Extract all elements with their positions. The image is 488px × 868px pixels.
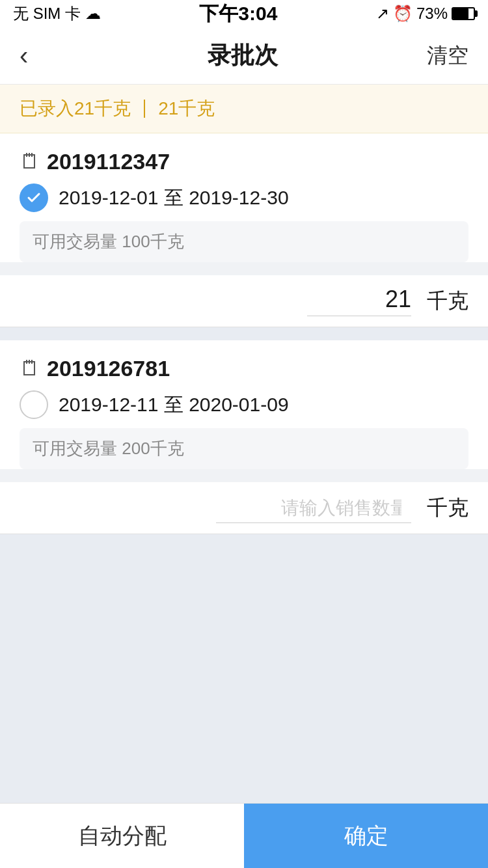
page-title: 录批次	[208, 40, 278, 72]
status-right: ↗ ⏰ 73%	[376, 5, 475, 23]
batch2-available: 可用交易量 200千克	[33, 439, 184, 458]
total-label: 21千克	[158, 96, 215, 121]
batch2-date-row: 2019-12-11 至 2020-01-09	[20, 390, 468, 419]
nav-bar: ‹ 录批次 清空	[0, 27, 488, 85]
batch1-header: 🗒 2019112347	[20, 149, 468, 174]
bottom-bar: 自动分配 确定	[0, 803, 488, 868]
recorded-label: 已录入21千克	[20, 96, 131, 121]
confirm-button[interactable]: 确定	[244, 804, 488, 868]
batch2-available-box: 可用交易量 200千克	[20, 428, 468, 469]
auto-distribute-button[interactable]: 自动分配	[0, 804, 244, 868]
batch2-id: 2019126781	[47, 356, 170, 381]
batch2-qty-row[interactable]: 千克	[0, 482, 488, 534]
batch2-checkbox[interactable]	[20, 390, 48, 419]
batch2-date: 2019-12-11 至 2020-01-09	[59, 392, 289, 418]
battery-icon	[452, 7, 475, 20]
batch1-id: 2019112347	[47, 149, 170, 174]
batch1-available: 可用交易量 100千克	[33, 232, 184, 251]
status-time: 下午3:04	[199, 1, 277, 27]
section-gap	[0, 327, 488, 340]
empty-area	[0, 534, 488, 847]
batch2-quantity-input[interactable]	[281, 493, 411, 520]
clock-icon: ⏰	[393, 5, 413, 23]
batch1-qty-row: 21 千克	[0, 275, 488, 327]
batch2-unit: 千克	[427, 494, 468, 522]
batch1-date-row: 2019-12-01 至 2019-12-30	[20, 183, 468, 212]
status-bar: 无 SIM 卡 ☁ 下午3:04 ↗ ⏰ 73%	[0, 0, 488, 27]
batch1-checkbox[interactable]	[20, 183, 48, 212]
batch1-date: 2019-12-01 至 2019-12-30	[59, 185, 289, 211]
batch1-quantity: 21	[385, 286, 411, 313]
batch-card-2: 🗒 2019126781 2019-12-11 至 2020-01-09 可用交…	[0, 340, 488, 469]
sim-label: 无 SIM 卡 ☁	[13, 3, 101, 24]
status-left: 无 SIM 卡 ☁	[13, 3, 101, 24]
back-button[interactable]: ‹	[20, 41, 59, 70]
batch1-unit: 千克	[427, 287, 468, 316]
summary-divider	[144, 100, 145, 118]
summary-banner: 已录入21千克 21千克	[0, 85, 488, 133]
batch-card-1: 🗒 2019112347 2019-12-01 至 2019-12-30 可用交…	[0, 133, 488, 262]
battery-label: 73%	[416, 5, 448, 23]
batch1-doc-icon: 🗒	[20, 150, 40, 174]
batch2-header: 🗒 2019126781	[20, 356, 468, 381]
location-icon: ↗	[376, 5, 389, 23]
batch2-doc-icon: 🗒	[20, 357, 40, 381]
batch1-available-box: 可用交易量 100千克	[20, 221, 468, 262]
clear-button[interactable]: 清空	[427, 42, 468, 70]
